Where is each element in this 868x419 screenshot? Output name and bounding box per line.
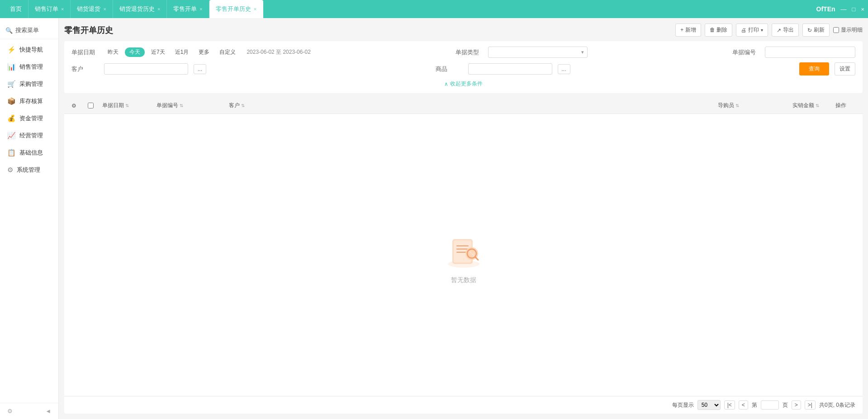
close-icon[interactable]: × (199, 6, 202, 12)
settings-column-icon: ⚙ (71, 103, 76, 109)
tab-return-goods[interactable]: 销货退货 × (71, 0, 113, 18)
date-shortcuts: 昨天 今天 近7天 近1月 更多 自定义 (104, 47, 239, 57)
sidebar-item-inventory[interactable]: 📦 库存核算 (0, 93, 58, 110)
th-settings[interactable]: ⚙ (68, 99, 84, 113)
close-icon[interactable]: × (254, 6, 256, 12)
sidebar-item-quick-nav[interactable]: ⚡ 快捷导航 (0, 41, 58, 58)
main-layout: 🔍 搜索菜单 ⚡ 快捷导航 📊 销售管理 🛒 采购管理 📦 库存核算 💰 资金管… (0, 18, 868, 419)
chevron-up-icon: ∧ (444, 81, 448, 87)
product-input[interactable] (468, 63, 552, 75)
sidebar-item-label: 基础信息 (19, 149, 43, 157)
tab-sales-order[interactable]: 销售订单 × (28, 0, 71, 18)
search-button[interactable]: 查询 (799, 62, 829, 75)
page-suffix: 页 (783, 401, 788, 409)
export-button[interactable]: ↗ 导出 (772, 24, 799, 37)
table-container: ⚙ 单据日期 ⇅ 单据编号 ⇅ 客户 ⇅ 导购员 (64, 98, 863, 414)
page-input[interactable]: 1 (761, 400, 779, 410)
show-detail-checkbox[interactable] (833, 27, 839, 33)
quick-nav-icon: ⚡ (7, 46, 16, 54)
tab-home[interactable]: 首页 (4, 0, 28, 18)
date-range-text: 2023-06-02 至 2023-06-02 (247, 48, 310, 56)
shortcut-more[interactable]: 更多 (195, 47, 213, 57)
sidebar-item-label: 销售管理 (19, 63, 43, 71)
collapse-button[interactable]: ∧ 收起更多条件 (444, 80, 483, 88)
close-window-icon[interactable]: × (861, 6, 864, 13)
pagination-bar: 每页显示 50 100 200 |< < 第 1 页 > >| 共0页, 0条记… (64, 396, 863, 414)
th-action: 操作 (823, 98, 859, 113)
order-no-input[interactable] (765, 47, 855, 58)
top-nav-right: OfTEn — □ × (816, 5, 864, 13)
th-checkbox[interactable] (84, 99, 99, 112)
select-all-checkbox[interactable] (88, 103, 94, 108)
sidebar-search[interactable]: 🔍 搜索菜单 (0, 22, 58, 39)
show-detail-label[interactable]: 显示明细 (833, 26, 863, 34)
brand-logo: OfTEn (816, 5, 835, 13)
refresh-button[interactable]: ↻ 刷新 (802, 24, 830, 37)
sidebar-item-finance[interactable]: 💰 资金管理 (0, 110, 58, 127)
sort-orderno-icon: ⇅ (180, 103, 183, 108)
maximize-icon[interactable]: □ (852, 6, 856, 13)
tab-retail-order[interactable]: 零售开单 × (167, 0, 209, 18)
filter-row-customer: 客户 ... 商品 ... 查询 设置 (71, 62, 855, 75)
page-label: 第 (752, 401, 757, 409)
tab-return-history[interactable]: 销货退货历史 × (113, 0, 167, 18)
sidebar-item-purchase[interactable]: 🛒 采购管理 (0, 75, 58, 93)
sidebar-item-label: 系统管理 (17, 166, 40, 174)
inventory-icon: 📦 (7, 97, 16, 105)
page-title: 零售开单历史 (64, 25, 113, 36)
th-customer[interactable]: 客户 ⇅ (225, 98, 714, 113)
shortcut-today[interactable]: 今天 (125, 47, 145, 57)
shortcut-yesterday[interactable]: 昨天 (104, 47, 122, 57)
sidebar-item-business[interactable]: 📈 经营管理 (0, 127, 58, 144)
first-page-button[interactable]: |< (724, 400, 735, 410)
delete-button[interactable]: 🗑 删除 (705, 24, 732, 37)
sort-date-icon: ⇅ (125, 103, 129, 108)
last-page-button[interactable]: >| (805, 400, 816, 410)
th-guide[interactable]: 导购员 ⇅ (714, 98, 768, 113)
next-page-button[interactable]: > (792, 400, 801, 410)
settings-filter-button[interactable]: 设置 (835, 62, 855, 75)
top-navigation: 首页 销售订单 × 销货退货 × 销货退货历史 × 零售开单 × 零售开单历史 … (0, 0, 868, 18)
close-icon[interactable]: × (61, 6, 64, 12)
sidebar-item-label: 快捷导航 (19, 46, 43, 54)
content-area: 零售开单历史 + 新增 🗑 删除 🖨 🖨 打印 打印 ▾ ↗ 导出 ↻ 刷新 (59, 18, 868, 419)
customer-ellipsis-button[interactable]: ... (194, 64, 206, 74)
th-amount[interactable]: 实销金额 ⇅ (768, 98, 823, 113)
sort-amount-icon: ⇅ (816, 103, 819, 108)
print-button[interactable]: 🖨 🖨 打印 打印 ▾ (736, 24, 768, 37)
search-icon: 🔍 (5, 27, 13, 34)
collapse-sidebar-icon[interactable]: ◄ (45, 408, 51, 414)
th-date[interactable]: 单据日期 ⇅ (99, 98, 153, 113)
sidebar-item-system[interactable]: ⚙ 系统管理 (0, 161, 58, 179)
sidebar-item-basic-info[interactable]: 📋 基础信息 (0, 144, 58, 161)
purchase-icon: 🛒 (7, 80, 16, 88)
product-ellipsis-button[interactable]: ... (558, 64, 570, 74)
sort-customer-icon: ⇅ (241, 103, 245, 108)
sidebar-item-sales[interactable]: 📊 销售管理 (0, 58, 58, 75)
shortcut-1month[interactable]: 近1月 (171, 47, 193, 57)
sidebar-search-label: 搜索菜单 (15, 26, 39, 34)
shortcut-custom[interactable]: 自定义 (216, 47, 239, 57)
close-icon[interactable]: × (157, 6, 160, 12)
add-button[interactable]: + 新增 (675, 24, 701, 37)
sidebar-bottom: ⚙ ◄ (0, 403, 58, 419)
sales-icon: 📊 (7, 63, 16, 71)
tab-retail-history[interactable]: 零售开单历史 × (209, 0, 263, 18)
type-select-wrapper (488, 47, 588, 58)
per-page-select[interactable]: 50 100 200 (697, 400, 721, 410)
close-icon[interactable]: × (103, 6, 106, 12)
sidebar: 🔍 搜索菜单 ⚡ 快捷导航 📊 销售管理 🛒 采购管理 📦 库存核算 💰 资金管… (0, 18, 59, 419)
minimize-icon[interactable]: — (841, 6, 847, 13)
settings-icon[interactable]: ⚙ (7, 408, 13, 414)
shortcut-7days[interactable]: 近7天 (147, 47, 169, 57)
sort-guide-icon: ⇅ (735, 103, 739, 108)
collapse-row: ∧ 收起更多条件 (71, 80, 855, 88)
total-text: 共0页, 0条记录 (819, 401, 855, 409)
page-header: 零售开单历史 + 新增 🗑 删除 🖨 🖨 打印 打印 ▾ ↗ 导出 ↻ 刷新 (64, 24, 863, 37)
basic-info-icon: 📋 (7, 149, 16, 157)
th-order-no[interactable]: 单据编号 ⇅ (153, 98, 225, 113)
customer-input[interactable] (104, 63, 188, 75)
type-select[interactable] (488, 47, 588, 58)
table-header: ⚙ 单据日期 ⇅ 单据编号 ⇅ 客户 ⇅ 导购员 (64, 98, 863, 114)
prev-page-button[interactable]: < (739, 400, 748, 410)
